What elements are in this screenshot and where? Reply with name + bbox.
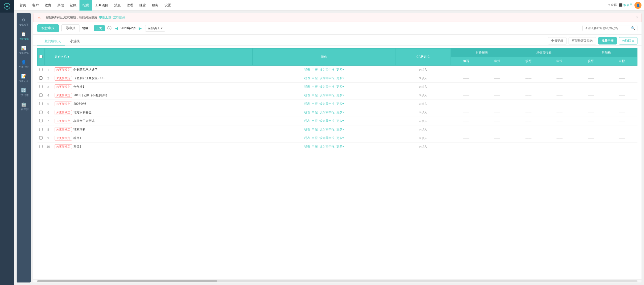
op-zero[interactable]: 设为零申报: [319, 145, 335, 148]
row-check-5[interactable]: [39, 111, 43, 114]
staff-select[interactable]: 全部员工 ▾: [145, 25, 165, 32]
scrollbar-track[interactable]: [37, 280, 637, 282]
op-tax-table[interactable]: 税表: [304, 85, 310, 88]
op-tax-table[interactable]: 税表: [304, 68, 310, 71]
sub-sidebar-personal-tax[interactable]: 👤 个税申报: [17, 57, 31, 71]
op-tax-table[interactable]: 税表: [304, 93, 310, 97]
subtab-general[interactable]: 一般的纳税人: [37, 37, 65, 45]
search-input[interactable]: [585, 26, 630, 30]
op-more[interactable]: 更多▾: [336, 145, 344, 148]
op-more[interactable]: 更多▾: [336, 76, 344, 80]
row-check-7[interactable]: [39, 128, 43, 131]
op-zero[interactable]: 设为零申报: [319, 119, 335, 123]
row-checkbox[interactable]: [37, 142, 45, 151]
op-more[interactable]: 更多▾: [336, 102, 344, 106]
nav-invoice[interactable]: 票据: [54, 0, 67, 11]
op-zero[interactable]: 设为零申报: [319, 128, 335, 131]
op-zero[interactable]: 设为零申报: [319, 76, 335, 80]
nav-business[interactable]: 工商项目: [92, 0, 111, 11]
sub-sidebar-tax-overview[interactable]: 📊 报税总览: [17, 43, 31, 57]
row-checkbox[interactable]: [37, 83, 45, 91]
op-more[interactable]: 更多▾: [336, 128, 344, 131]
op-submit[interactable]: 申报: [312, 128, 318, 131]
retrieve-btn[interactable]: 收取回执: [619, 37, 637, 44]
sub-sidebar-tax-settings[interactable]: ⚙ 报税设置: [17, 15, 31, 29]
nav-billing[interactable]: 收费: [42, 0, 54, 11]
op-submit[interactable]: 申报: [312, 68, 318, 71]
op-tax-table[interactable]: 税表: [304, 145, 310, 148]
op-more[interactable]: 更多▾: [336, 136, 344, 140]
location-info-icon[interactable]: i: [107, 26, 111, 30]
row-check-4[interactable]: [39, 102, 43, 105]
update-btn[interactable]: 更新统定及取数: [569, 37, 596, 44]
date-next-btn[interactable]: ▶: [138, 25, 143, 31]
row-check-2[interactable]: [39, 85, 43, 88]
records-btn[interactable]: 申报记录: [548, 37, 567, 44]
op-tax-table[interactable]: 税表: [304, 136, 310, 140]
nav-message[interactable]: 消息: [111, 0, 124, 11]
row-checkbox[interactable]: [37, 100, 45, 108]
scrollbar-thumb[interactable]: [37, 280, 217, 282]
op-zero[interactable]: 设为零申报: [319, 85, 335, 88]
op-tax-table[interactable]: 税表: [304, 102, 310, 106]
row-checkbox[interactable]: [37, 117, 45, 125]
op-submit[interactable]: 申报: [312, 145, 318, 148]
op-submit[interactable]: 申报: [312, 102, 318, 106]
select-all-checkbox[interactable]: [39, 55, 43, 58]
row-check-9[interactable]: [39, 145, 43, 148]
upgrade-btn[interactable]: ⬛ 畅会员: [619, 3, 632, 7]
op-zero[interactable]: 设为零申报: [319, 136, 335, 140]
nav-operation[interactable]: 经营: [136, 0, 149, 11]
op-more[interactable]: 更多▾: [336, 93, 344, 97]
row-checkbox[interactable]: [37, 125, 45, 134]
op-zero[interactable]: 设为零申报: [319, 68, 335, 71]
op-more[interactable]: 更多▾: [336, 68, 344, 71]
nav-tax[interactable]: 报税: [79, 0, 92, 11]
nav-settings[interactable]: 设置: [162, 0, 174, 11]
row-checkbox[interactable]: [37, 134, 45, 142]
avatar[interactable]: 👤: [634, 2, 641, 9]
sub-sidebar-business-report[interactable]: 🏢 工商年报: [17, 100, 31, 114]
op-tax-table[interactable]: 税表: [304, 76, 310, 80]
op-submit[interactable]: 申报: [312, 111, 318, 114]
op-submit[interactable]: 申报: [312, 136, 318, 140]
banner-link2[interactable]: 立即购买: [113, 15, 125, 20]
row-check-0[interactable]: [39, 68, 43, 71]
nav-accounting[interactable]: 记账: [67, 0, 79, 11]
name-sort-icon[interactable]: ▾: [68, 55, 69, 59]
op-zero[interactable]: 设为零申报: [319, 93, 335, 97]
nav-customer[interactable]: 客户: [29, 0, 42, 11]
op-tax-table[interactable]: 税表: [304, 128, 310, 131]
date-prev-btn[interactable]: ◀: [114, 25, 119, 31]
op-tax-table[interactable]: 税表: [304, 111, 310, 114]
sub-sidebar-tax-records[interactable]: 📝 报税记录: [17, 71, 31, 85]
op-zero[interactable]: 设为零申报: [319, 111, 335, 114]
nav-service[interactable]: 服务: [149, 0, 162, 11]
tab-zero-declaration[interactable]: 零申报: [61, 24, 80, 32]
banner-link1[interactable]: 申报汇签: [99, 15, 111, 20]
row-checkbox[interactable]: [37, 91, 45, 100]
sub-sidebar-batch-tax[interactable]: 📋 批量报税: [17, 29, 31, 43]
search-icon[interactable]: 🔍: [631, 26, 635, 30]
op-submit[interactable]: 申报: [312, 76, 318, 80]
op-more[interactable]: 更多▾: [336, 111, 344, 114]
nav-home[interactable]: 首页: [17, 0, 29, 11]
op-tax-table[interactable]: 税表: [304, 119, 310, 123]
row-check-8[interactable]: [39, 136, 43, 139]
op-submit[interactable]: 申报: [312, 119, 318, 123]
nav-manage[interactable]: 管理: [124, 0, 136, 11]
fullscreen-btn[interactable]: □ 全屏: [608, 3, 617, 7]
op-submit[interactable]: 申报: [312, 93, 318, 97]
batch-btn[interactable]: 批量申报: [598, 37, 617, 44]
op-submit[interactable]: 申报: [312, 85, 318, 88]
subtab-small[interactable]: 小规模: [66, 37, 84, 45]
row-check-1[interactable]: [39, 76, 43, 80]
op-more[interactable]: 更多▾: [336, 85, 344, 88]
row-check-6[interactable]: [39, 119, 43, 122]
row-check-3[interactable]: [39, 93, 43, 97]
row-checkbox[interactable]: [37, 66, 45, 74]
op-more[interactable]: 更多▾: [336, 119, 344, 123]
row-checkbox[interactable]: [37, 74, 45, 83]
op-zero[interactable]: 设为零申报: [319, 102, 335, 106]
sub-sidebar-calc-clear[interactable]: 🔢 汇算清缴: [17, 85, 31, 100]
